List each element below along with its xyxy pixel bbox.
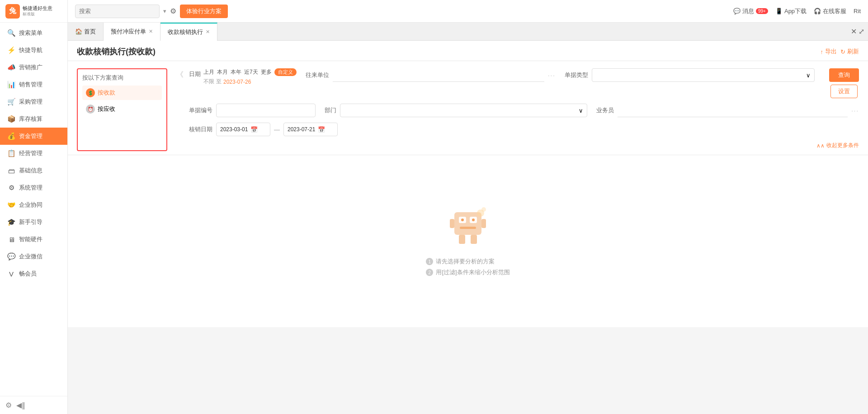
system-icon: ⚙	[7, 184, 15, 192]
topbar-search-input[interactable]	[75, 5, 160, 18]
collapse-conditions-btn[interactable]: ∧∧ 收起更多条件	[816, 142, 859, 149]
sidebar-item-newbie[interactable]: 🎓 新手引导	[0, 214, 67, 231]
wechat-icon: 💬	[7, 252, 15, 261]
unit-dots-btn[interactable]: ···	[548, 72, 556, 79]
verif-date-start-input[interactable]: 2023-03-01 📅	[216, 123, 270, 136]
collapse-conditions-row: ∧∧ 收起更多条件	[189, 142, 859, 149]
sidebar-item-label: 销售管理	[19, 81, 42, 89]
verif-date-end-input[interactable]: 2023-07-21 📅	[283, 123, 338, 136]
sidebar-nav: 🔍 搜索菜单 ⚡ 快捷导航 📣 营销推广 📊 销售管理 🛒 采购管理 📦 库存核…	[0, 23, 67, 396]
sidebar-item-system[interactable]: ⚙ 系统管理	[0, 179, 67, 196]
filter-unit-group: 往来单位 ···	[306, 68, 556, 82]
sidebar-item-label: 基础信息	[19, 167, 42, 175]
sidebar-item-quick[interactable]: ⚡ 快捷导航	[0, 42, 67, 59]
sidebar-item-inventory[interactable]: 📦 库存核算	[0, 110, 67, 128]
hint-text-1: 请先选择要分析的方案	[436, 257, 495, 266]
tab-home[interactable]: 🏠 首页	[68, 23, 104, 41]
hint-num-1: 1	[426, 258, 433, 265]
shortcut-this-year[interactable]: 本年	[231, 68, 241, 76]
sidebar-item-basic[interactable]: 🗃 基础信息	[0, 162, 67, 179]
hardware-icon: 🖥	[7, 236, 15, 243]
filter-option-by-receivable[interactable]: ⏰ 按应收	[82, 102, 162, 116]
tab-close-receipt-verif[interactable]: ✕	[206, 29, 210, 35]
industry-btn[interactable]: 体验行业方案	[180, 5, 228, 18]
sidebar-item-marketing[interactable]: 📣 营销推广	[0, 59, 67, 76]
filter-panel: 按以下方案查询 💲 按收款 ⏰ 按应收	[77, 68, 167, 151]
filter-staff-group: 业务员 ···	[596, 104, 859, 117]
sidebar-item-label: 快捷导航	[19, 46, 42, 54]
member-icon: V	[7, 270, 15, 278]
sidebar-item-enterprise[interactable]: 🤝 企业协同	[0, 196, 67, 214]
sidebar-item-label: 经营管理	[19, 149, 42, 157]
svg-rect-3	[461, 219, 464, 221]
sidebar-item-label: 系统管理	[19, 184, 42, 192]
sidebar-item-sales[interactable]: 📊 销售管理	[0, 76, 67, 93]
topbar-service-btn[interactable]: 🎧 在线客服	[814, 7, 846, 15]
shortcut-this-month[interactable]: 本月	[217, 68, 228, 76]
filter-row-2: 单据编号 部门 ∨ 业务员 ···	[189, 104, 859, 117]
sidebar-item-label: 采购管理	[19, 98, 42, 106]
tab-close-all-icon[interactable]: ✕	[851, 27, 857, 36]
topbar-app-btn[interactable]: 📱 App下载	[775, 7, 807, 15]
doctype-select[interactable]: ∨	[592, 68, 815, 82]
collapse-panel-btn[interactable]: 《	[176, 70, 184, 80]
topbar-message-btn[interactable]: 💬 消息 99+	[733, 7, 768, 15]
tab-close-prepay[interactable]: ✕	[149, 29, 153, 34]
svg-rect-9	[471, 235, 477, 244]
page-header: 收款核销执行(按收款) ↑ 导出 ↻ 刷新	[68, 41, 868, 61]
tab-expand-icon[interactable]: ⤢	[859, 27, 864, 36]
sidebar-bottom: ⚙ ◀‖	[0, 396, 67, 414]
tab-receipt-verif[interactable]: 收款核销执行 ✕	[160, 23, 217, 41]
sidebar-item-label: 资金管理	[19, 132, 42, 140]
date-shortcuts-row: 上月 本月 本年 近7天 更多 自定义	[203, 68, 297, 76]
tab-prepay[interactable]: 预付冲应付单 ✕	[104, 23, 160, 41]
topbar-gear-icon[interactable]: ⚙	[170, 7, 176, 15]
empty-hints: 1 请先选择要分析的方案 2 用[过滤]条件来缩小分析范围	[426, 257, 509, 279]
logo-badge: 标准版	[23, 11, 52, 17]
message-icon: 💬	[733, 8, 741, 14]
docno-input[interactable]	[216, 104, 316, 117]
shortcut-7days[interactable]: 近7天	[244, 68, 258, 76]
sidebar-collapse-icon[interactable]: ◀‖	[16, 401, 25, 409]
shortcut-more[interactable]: 更多	[261, 68, 272, 76]
unit-label: 往来单位	[306, 71, 329, 79]
sidebar-item-operation[interactable]: 📋 经营管理	[0, 145, 67, 162]
sidebar-item-wechat[interactable]: 💬 企业微信	[0, 248, 67, 265]
shortcut-custom-badge[interactable]: 自定义	[274, 68, 297, 76]
sidebar-settings-icon[interactable]: ⚙	[5, 401, 12, 409]
filter-option-by-receipt[interactable]: 💲 按收款	[82, 86, 162, 100]
inventory-icon: 📦	[7, 115, 15, 123]
home-icon: 🏠	[75, 28, 82, 35]
refresh-btn[interactable]: ↻ 刷新	[840, 48, 859, 56]
empty-illustration	[441, 203, 495, 248]
sidebar-item-search[interactable]: 🔍 搜索菜单	[0, 24, 67, 42]
staff-label: 业务员	[596, 106, 614, 114]
tabbar-actions: ✕ ⤢	[847, 27, 868, 36]
staff-input[interactable]	[618, 104, 848, 117]
query-btn[interactable]: 查询	[829, 68, 859, 82]
sidebar-item-finance[interactable]: 💰 资金管理	[0, 128, 67, 145]
sidebar-item-purchase[interactable]: 🛒 采购管理	[0, 93, 67, 110]
verif-date-end-value: 2023-07-21	[288, 126, 315, 133]
logo-name: 畅捷通好生意	[23, 5, 52, 11]
filter-doctype-group: 单据类型 ∨	[565, 68, 815, 82]
export-btn[interactable]: ↑ 导出	[821, 48, 837, 56]
unit-input[interactable]	[333, 68, 544, 82]
refresh-icon: ↻	[840, 48, 845, 55]
sidebar-item-member[interactable]: V 畅会员	[0, 265, 67, 282]
quick-icon: ⚡	[7, 46, 15, 54]
date-current-value[interactable]: 2023-07-26	[223, 79, 251, 85]
dept-select[interactable]: ∨	[340, 104, 587, 117]
date-range-sep: —	[274, 126, 280, 133]
filter-settings-btn[interactable]: 设置	[830, 85, 858, 98]
topbar-dropdown-arrow[interactable]: ▾	[163, 8, 166, 14]
shortcut-last-month[interactable]: 上月	[203, 68, 214, 76]
staff-dots-btn[interactable]: ···	[851, 107, 859, 114]
sidebar-item-hardware[interactable]: 🖥 智能硬件	[0, 231, 67, 248]
page-content: 收款核销执行(按收款) ↑ 导出 ↻ 刷新 按以下方案查询	[68, 41, 868, 414]
date-to-text: 至	[216, 78, 222, 86]
collapse-panel-area: 《	[176, 68, 189, 151]
service-icon: 🎧	[814, 8, 821, 14]
topbar-user-btn[interactable]: Rit	[854, 8, 861, 14]
empty-state: 1 请先选择要分析的方案 2 用[过滤]条件来缩小分析范围	[68, 155, 868, 327]
